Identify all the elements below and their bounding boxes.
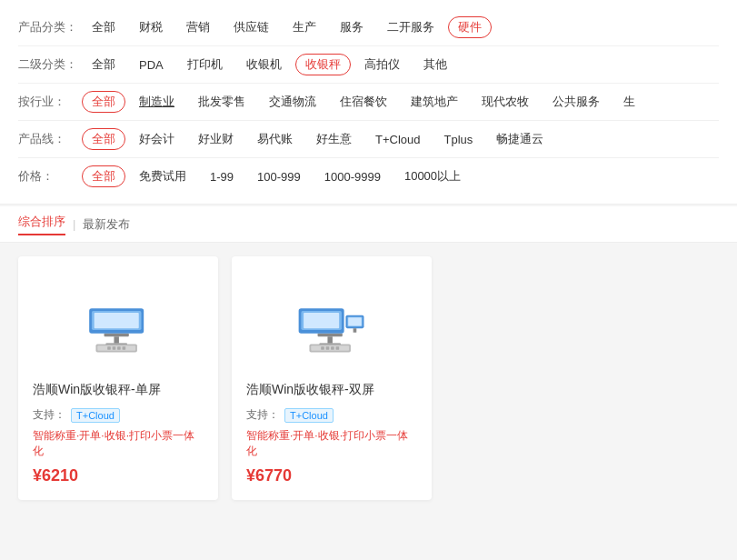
product-image-1 [33, 271, 204, 371]
product-line-label: 产品线： [18, 131, 82, 147]
sort-bar: 综合排序 | 最新发布 [0, 206, 737, 243]
products-area: 浩顺Win版收银秤-单屏 支持： T+Cloud 智能称重·开单·收银·打印小票… [0, 243, 737, 514]
product-name-2: 浩顺Win版收银秤-双屏 [246, 382, 417, 398]
filter-ind-all[interactable]: 全部 [82, 91, 125, 113]
filter-sub-highcam[interactable]: 高拍仪 [354, 54, 410, 75]
svg-rect-20 [348, 317, 362, 325]
product-card-1[interactable]: 浩顺Win版收银秤-单屏 支持： T+Cloud 智能称重·开单·收银·打印小票… [18, 256, 218, 500]
filter-ind-wholesale[interactable]: 批发零售 [188, 91, 255, 113]
sort-divider: | [73, 217, 75, 231]
svg-rect-12 [318, 334, 343, 337]
filter-sub-scale[interactable]: 收银秤 [295, 54, 351, 75]
filter-ind-bio[interactable]: 生 [613, 91, 645, 113]
filter-ind-agriculture[interactable]: 现代农牧 [472, 91, 539, 113]
product-price-2: ¥6770 [246, 466, 417, 485]
industry-label: 按行业： [18, 94, 82, 110]
filter-pl-tplus[interactable]: Tplus [434, 130, 483, 149]
filter-pl-tcloud[interactable]: T+Cloud [365, 130, 431, 149]
filter-pl-business[interactable]: 好生意 [306, 128, 362, 150]
svg-rect-8 [107, 346, 111, 350]
product-name-1: 浩顺Win版收银秤-单屏 [33, 382, 204, 398]
filter-pcat-open[interactable]: 二开服务 [377, 16, 444, 38]
product-line-items: 全部 好会计 好业财 易代账 好生意 T+Cloud Tplus 畅捷通云 [82, 128, 553, 150]
filter-price-1-99[interactable]: 1-99 [200, 167, 244, 186]
product-support-row-2: 支持： T+Cloud [246, 407, 417, 423]
filter-section: 产品分类： 全部 财税 营销 供应链 生产 服务 二开服务 硬件 二级分类： 全… [0, 0, 737, 205]
svg-rect-26 [331, 346, 334, 350]
product-image-svg-2 [286, 280, 377, 362]
industry-items: 全部 制造业 批发零售 交通物流 住宿餐饮 建筑地产 现代农牧 公共服务 生 [82, 91, 645, 113]
filter-ind-transport[interactable]: 交通物流 [259, 91, 326, 113]
filter-price-all[interactable]: 全部 [82, 165, 125, 187]
svg-rect-27 [336, 346, 340, 350]
price-label: 价格： [18, 168, 82, 185]
filter-sub-printer[interactable]: 打印机 [177, 54, 233, 75]
svg-rect-25 [326, 346, 330, 350]
filter-pcat-hardware[interactable]: 硬件 [448, 16, 492, 38]
filter-pcat-tax[interactable]: 财税 [129, 16, 173, 38]
product-category-row: 产品分类： 全部 财税 营销 供应链 生产 服务 二开服务 硬件 [18, 9, 719, 46]
filter-pcat-supply[interactable]: 供应链 [224, 16, 279, 38]
filter-sub-other[interactable]: 其他 [413, 54, 457, 75]
filter-price-1000-9999[interactable]: 1000-9999 [314, 167, 391, 186]
product-desc-1: 智能称重·开单·收银·打印小票一体化 [33, 428, 204, 459]
industry-row: 按行业： 全部 制造业 批发零售 交通物流 住宿餐饮 建筑地产 现代农牧 公共服… [18, 84, 719, 121]
price-items: 全部 免费试用 1-99 100-999 1000-9999 10000以上 [82, 165, 471, 187]
filter-pl-agent[interactable]: 易代账 [247, 128, 303, 150]
filter-ind-construction[interactable]: 建筑地产 [401, 91, 468, 113]
product-image-svg-1 [73, 280, 164, 362]
svg-rect-5 [95, 313, 139, 328]
filter-sub-cashier[interactable]: 收银机 [236, 54, 292, 75]
svg-rect-17 [304, 313, 339, 328]
product-card-2[interactable]: 浩顺Win版收银秤-双屏 支持： T+Cloud 智能称重·开单·收银·打印小票… [232, 256, 432, 500]
product-desc-2: 智能称重·开单·收银·打印小票一体化 [246, 428, 417, 459]
product-category-label: 产品分类： [18, 19, 82, 35]
product-line-row: 产品线： 全部 好会计 好业财 易代账 好生意 T+Cloud Tplus 畅捷… [18, 121, 719, 158]
filter-sub-all[interactable]: 全部 [82, 54, 125, 75]
filter-ind-public[interactable]: 公共服务 [543, 91, 610, 113]
filter-pcat-production[interactable]: 生产 [283, 16, 326, 38]
filter-price-100-999[interactable]: 100-999 [247, 167, 311, 186]
svg-rect-24 [321, 346, 324, 350]
svg-rect-21 [354, 328, 357, 333]
filter-price-free[interactable]: 免费试用 [129, 165, 196, 187]
product-image-2 [246, 271, 417, 371]
filter-pcat-service[interactable]: 服务 [330, 16, 373, 38]
support-tag-2[interactable]: T+Cloud [284, 408, 334, 423]
filter-pcat-all[interactable]: 全部 [82, 16, 125, 38]
product-support-row-1: 支持： T+Cloud [33, 407, 204, 423]
products-grid: 浩顺Win版收银秤-单屏 支持： T+Cloud 智能称重·开单·收银·打印小票… [18, 256, 719, 500]
sort-latest[interactable]: 最新发布 [83, 216, 130, 233]
filter-pl-express[interactable]: 畅捷通云 [486, 128, 553, 150]
svg-rect-23 [311, 345, 349, 350]
svg-rect-11 [123, 346, 126, 350]
svg-rect-10 [117, 346, 121, 350]
sort-comprehensive[interactable]: 综合排序 [18, 214, 65, 235]
sub-category-items: 全部 PDA 打印机 收银机 收银秤 高拍仪 其他 [82, 54, 457, 75]
svg-rect-1 [114, 336, 118, 343]
support-label-1: 支持： [33, 407, 65, 423]
filter-price-10000[interactable]: 10000以上 [394, 165, 471, 187]
support-tag-1[interactable]: T+Cloud [71, 408, 120, 423]
svg-rect-9 [113, 346, 116, 350]
sub-category-label: 二级分类： [18, 56, 82, 73]
filter-ind-manufacturing[interactable]: 制造业 [129, 91, 184, 113]
sub-category-row: 二级分类： 全部 PDA 打印机 收银机 收银秤 高拍仪 其他 [18, 46, 719, 84]
svg-rect-13 [327, 336, 332, 343]
product-price-1: ¥6210 [33, 466, 204, 485]
support-label-2: 支持： [246, 407, 279, 423]
filter-sub-pda[interactable]: PDA [129, 55, 174, 75]
filter-pcat-marketing[interactable]: 营销 [176, 16, 220, 38]
filter-ind-hotel[interactable]: 住宿餐饮 [330, 91, 397, 113]
product-category-items: 全部 财税 营销 供应链 生产 服务 二开服务 硬件 [82, 16, 492, 38]
svg-rect-7 [97, 345, 135, 350]
filter-pl-finance[interactable]: 好业财 [188, 128, 244, 150]
price-row: 价格： 全部 免费试用 1-99 100-999 1000-9999 10000… [18, 158, 719, 195]
filter-pl-all[interactable]: 全部 [82, 128, 125, 150]
svg-rect-0 [105, 334, 129, 337]
filter-pl-accounting[interactable]: 好会计 [129, 128, 184, 150]
